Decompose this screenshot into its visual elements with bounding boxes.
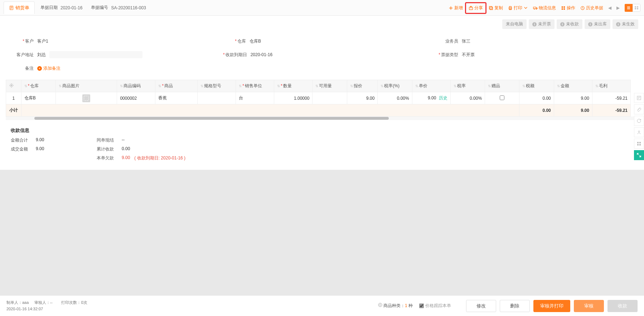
side-rail — [634, 93, 644, 160]
svg-rect-13 — [563, 8, 565, 10]
doc-date-field: 单据日期 2020-01-16 — [40, 5, 82, 11]
col-amount[interactable]: ⇅金额 — [554, 80, 592, 92]
col-tax[interactable]: ⇅税额 — [519, 80, 554, 92]
col-unit[interactable]: ⇅*销售单位 — [236, 80, 274, 92]
rail-note-icon[interactable] — [634, 93, 644, 103]
add-button[interactable]: 新增 — [446, 4, 465, 13]
svg-rect-25 — [639, 144, 641, 145]
audit-button[interactable]: 审核 — [574, 300, 604, 312]
cell-image[interactable] — [56, 92, 117, 104]
print-icon — [508, 6, 513, 10]
col-taxrate[interactable]: ⇅税率 — [450, 80, 485, 92]
row-deal: 成交金额9.00 — [11, 146, 82, 152]
plus-circle-icon: + — [37, 66, 42, 71]
prev-doc-button[interactable]: ◀ — [606, 5, 614, 10]
table-row[interactable]: 1 仓库B 0000002 香蕉 台 1.00000 9.00 0.00% 9.… — [6, 92, 631, 104]
cell-code[interactable]: 0000002 — [117, 92, 155, 104]
badge-inactive: i未生效 — [612, 19, 638, 29]
gear-icon — [9, 83, 14, 88]
delete-button[interactable]: 删除 — [500, 300, 530, 312]
line-items-table: ⇅*仓库 ⇅商品图片 ⇅商品编码 ⇅*商品 ⇅规格型号 ⇅*销售单位 ⇅*数量 … — [0, 80, 644, 122]
cell-quote[interactable]: 9.00 — [347, 92, 378, 104]
svg-rect-24 — [637, 144, 639, 145]
view-toggle[interactable] — [625, 4, 640, 12]
field-warehouse: *仓库 仓库B — [223, 36, 421, 46]
cell-unit[interactable]: 台 — [236, 92, 274, 104]
cell-discount[interactable]: 0.00% — [378, 92, 412, 104]
tab-sales-order[interactable]: 销货单 — [4, 1, 35, 14]
rail-grid-icon[interactable] — [634, 139, 644, 149]
col-warehouse[interactable]: ⇅*仓库 — [21, 80, 55, 92]
svg-rect-12 — [562, 8, 563, 10]
cell-spec[interactable] — [198, 92, 236, 104]
footer-timestamp: 2020-01-16 14:32:07 — [6, 306, 87, 312]
toolbar: 新增 分享 复制 打印 物流信息 操作 — [446, 0, 640, 16]
rail-user-icon[interactable] — [634, 127, 644, 137]
row-owe: 本单欠款 9.00 ( 收款到期日: 2020-01-16 ) — [97, 155, 240, 161]
svg-rect-18 — [637, 8, 638, 9]
next-doc-button[interactable]: ▶ — [614, 5, 622, 10]
add-remark-button[interactable]: + 添加备注 — [37, 65, 60, 71]
audit-print-button[interactable]: 审核并打印 — [533, 300, 570, 312]
share-icon — [469, 6, 473, 10]
col-image[interactable]: ⇅商品图片 — [56, 80, 117, 92]
row-cum: 累计收款0.00 — [97, 146, 240, 152]
logistics-button[interactable]: 物流信息 — [531, 4, 558, 13]
cell-qty[interactable]: 1.00000 — [274, 92, 313, 104]
cell-taxrate[interactable]: 0.00% — [450, 92, 485, 104]
ops-button[interactable]: 操作 — [559, 4, 577, 13]
price-follow-checkbox[interactable]: 价格跟踪本单 — [419, 303, 451, 309]
col-profit[interactable]: ⇅毛利 — [592, 80, 630, 92]
edit-button[interactable]: 修改 — [466, 300, 496, 312]
share-button[interactable]: 分享 — [466, 3, 486, 13]
badge-unshipped: i未出库 — [585, 19, 610, 29]
address-value[interactable]: 刘总 — [37, 52, 46, 58]
col-available[interactable]: ⇅可用量 — [313, 80, 347, 92]
footer-bar: 制单人：aaa 审核人：-- 打印次数：0次 2020-01-16 14:32:… — [0, 295, 644, 316]
svg-point-19 — [11, 85, 12, 86]
col-qty[interactable]: ⇅*数量 — [274, 80, 313, 92]
col-discount[interactable]: ⇅税率(%) — [378, 80, 412, 92]
collect-button[interactable]: 收款 — [607, 300, 638, 312]
price-history-link[interactable]: 历史 — [439, 95, 447, 100]
list-view-icon[interactable] — [625, 4, 633, 12]
history-button[interactable]: 历史单据 — [578, 4, 605, 13]
salesman-value[interactable]: 张三 — [462, 38, 470, 44]
cell-warehouse[interactable]: 仓库B — [21, 92, 55, 104]
doc-code-label: 单据编号 — [91, 5, 108, 11]
col-product[interactable]: ⇅*商品 — [155, 80, 198, 92]
col-gift[interactable]: ⇅赠品 — [485, 80, 519, 92]
gift-checkbox[interactable] — [500, 95, 504, 100]
copy-button[interactable]: 复制 — [486, 4, 505, 13]
scrollbar-thumb[interactable] — [34, 117, 389, 120]
duedate-value[interactable]: 2020-01-16 — [251, 52, 272, 57]
invoice-value[interactable]: 不开票 — [462, 52, 475, 58]
cell-product[interactable]: 香蕉 — [155, 92, 198, 104]
table-scrollbar[interactable] — [6, 117, 638, 120]
rail-attach-icon[interactable] — [634, 104, 644, 114]
customer-value[interactable]: 客户1 — [37, 38, 48, 44]
col-spec[interactable]: ⇅规格型号 — [198, 80, 236, 92]
svg-point-21 — [638, 131, 640, 132]
col-quote[interactable]: ⇅报价 — [347, 80, 378, 92]
col-price[interactable]: ⇅单价 — [412, 80, 450, 92]
grid-icon — [561, 6, 566, 10]
cell-gift[interactable] — [485, 92, 519, 104]
info-icon: i — [560, 22, 565, 26]
rail-expand-icon[interactable] — [634, 150, 644, 160]
svg-rect-10 — [562, 6, 563, 8]
col-code[interactable]: ⇅商品编码 — [117, 80, 155, 92]
clock-icon — [580, 6, 585, 10]
card-view-icon[interactable] — [633, 4, 640, 12]
cell-tax: 0.00 — [519, 92, 554, 104]
rail-refresh-icon[interactable] — [634, 116, 644, 126]
warehouse-value[interactable]: 仓库B — [250, 38, 261, 44]
plus-icon — [449, 6, 453, 10]
subtotal-row: 小计 0.00 9.00 -59.21 — [6, 104, 631, 117]
cell-price[interactable]: 9.00 历史 — [412, 92, 450, 104]
col-settings[interactable] — [6, 80, 21, 92]
print-button[interactable]: 打印 — [506, 4, 530, 13]
svg-rect-15 — [635, 6, 636, 8]
doc-date-label: 单据日期 — [40, 5, 58, 11]
svg-rect-20 — [637, 96, 641, 100]
